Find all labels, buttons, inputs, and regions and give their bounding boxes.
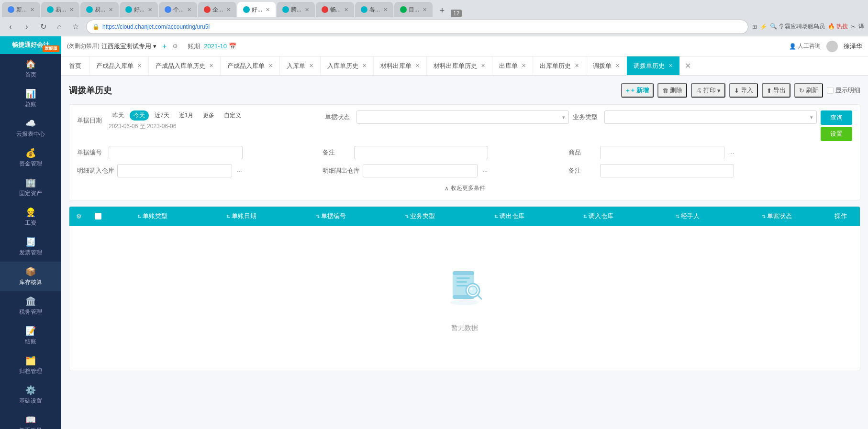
import-btn[interactable]: ⬇ 导入 <box>729 83 758 98</box>
sidebar-item-invoice[interactable]: 🧾 发票管理 <box>0 232 61 262</box>
tab-out-order[interactable]: 出库单 ✕ <box>492 56 533 76</box>
goods-input[interactable] <box>600 146 724 159</box>
detail-in-input[interactable] <box>117 164 232 177</box>
new-btn[interactable]: + + 新增 <box>621 83 654 98</box>
tab-production-in[interactable]: 产成品入库单 ✕ <box>89 56 149 76</box>
tab-transfer-history[interactable]: 调拨单历史 ✕ <box>627 56 680 76</box>
display-cols-checkbox[interactable]: 显示明细 <box>827 86 860 95</box>
th-voucher-date[interactable]: ⇅ 单账日期 <box>197 212 287 220</box>
date-btn-today[interactable]: 今天 <box>130 110 149 121</box>
tab-close-icon[interactable]: ✕ <box>481 63 485 69</box>
voucher-no-input[interactable] <box>109 146 243 159</box>
back-button[interactable]: ‹ <box>4 20 17 33</box>
service-button[interactable]: 👤 人工咨询 <box>789 42 821 50</box>
tab-close-icon[interactable]: ✕ <box>522 63 526 69</box>
sidebar-item-ledger[interactable]: 📊 总账 <box>0 84 61 113</box>
th-status[interactable]: ⇅ 单账状态 <box>733 212 822 220</box>
date-btn-1month[interactable]: 近1月 <box>175 110 198 121</box>
browser-tab-3[interactable]: 易... ✕ <box>80 2 119 17</box>
star-button[interactable]: ☆ <box>69 20 82 33</box>
gear-icon[interactable]: ⚙ <box>76 213 82 220</box>
browser-tab-1[interactable]: 新... ✕ <box>2 2 40 17</box>
company-selector[interactable]: (勿删勿禁用) 江西服宝测试专用 ▾ <box>67 42 156 51</box>
tab-production-in2[interactable]: 产成品入库单 ✕ <box>221 56 280 76</box>
tab-out-history[interactable]: 出库单历史 ✕ <box>533 56 586 76</box>
detail-out-picker-icon[interactable]: ··· <box>480 167 490 175</box>
tab-close-icon[interactable]: ✕ <box>415 63 420 69</box>
sidebar-item-home[interactable]: 🏠 首页 <box>0 54 61 84</box>
th-gear[interactable]: ⚙ <box>69 213 89 220</box>
tab-production-in-history[interactable]: 产成品入库单历史 ✕ <box>149 56 221 76</box>
tab-close-icon[interactable]: ✕ <box>668 63 673 69</box>
export-btn[interactable]: ⬆ 导出 <box>762 83 790 98</box>
tab-material-out[interactable]: 材料出库单 ✕ <box>374 56 427 76</box>
biz-type-select[interactable] <box>604 110 817 124</box>
th-voucher-no[interactable]: ⇅ 单据编号 <box>286 212 376 220</box>
new-tab-button[interactable]: + <box>435 4 449 17</box>
browser-tab-10[interactable]: 各... ✕ <box>355 2 393 17</box>
detail-out-input[interactable] <box>363 164 478 177</box>
period-value[interactable]: 2021-10 📅 <box>204 43 236 50</box>
sidebar-item-fixed-assets[interactable]: 🏢 固定资产 <box>0 173 61 202</box>
date-btn-custom[interactable]: 自定义 <box>220 110 245 121</box>
remark-input[interactable] <box>354 146 488 159</box>
close-all-btn[interactable]: ✕ <box>680 61 696 70</box>
tab-transfer[interactable]: 调拨单 ✕ <box>586 56 627 76</box>
tab-close-icon[interactable]: ✕ <box>575 63 579 69</box>
delete-btn[interactable]: 🗑 删除 <box>657 83 687 98</box>
sidebar-item-tax[interactable]: 🏛️ 税务管理 <box>0 291 61 321</box>
settings-button[interactable]: 设置 <box>821 127 852 141</box>
date-btn-7days[interactable]: 近7天 <box>151 110 173 121</box>
goods-picker-icon[interactable]: ··· <box>727 149 736 156</box>
query-button[interactable]: 查询 <box>821 110 852 125</box>
tab-home[interactable]: 首页 <box>61 56 89 76</box>
sidebar-item-guide[interactable]: 📖 新手引导 <box>0 410 61 429</box>
sidebar-item-cloud-report[interactable]: ☁️ 云报表中心 <box>0 113 61 143</box>
print-btn[interactable]: 🖨 打印 ▾ <box>691 83 725 98</box>
browser-tab-9[interactable]: 畅... ✕ <box>316 2 354 17</box>
tab-close-icon[interactable]: ✕ <box>268 63 273 69</box>
browser-tab-7[interactable]: 好... ✕ <box>237 2 276 17</box>
collapse-button[interactable]: ∧ 收起更多条件 <box>439 182 491 194</box>
th-handler[interactable]: ⇅ 经手人 <box>643 212 733 220</box>
home-button[interactable]: ⌂ <box>53 20 66 33</box>
detail-in-picker-icon[interactable]: ··· <box>235 167 244 175</box>
forward-button[interactable]: › <box>20 20 33 33</box>
tab-close-icon[interactable]: ✕ <box>209 63 213 69</box>
tab-in-history[interactable]: 入库单历史 ✕ <box>321 56 374 76</box>
settings-gear-icon[interactable]: ⚙ <box>172 43 178 50</box>
browser-tab-4[interactable]: 好... ✕ <box>120 2 158 17</box>
note-input[interactable] <box>600 164 734 177</box>
address-bar[interactable]: 🔒 https://cloud.chanjet.com/accounting/u… <box>86 20 748 34</box>
sidebar-item-payroll[interactable]: 👷 工资 <box>0 202 61 232</box>
tab-material-out-history[interactable]: 材料出库单历史 ✕ <box>427 56 492 76</box>
browser-tab-6[interactable]: 企... ✕ <box>198 2 236 17</box>
status-select[interactable] <box>356 110 569 124</box>
sidebar-item-closing[interactable]: 📝 结账 <box>0 321 61 351</box>
th-voucher-type[interactable]: ⇅ 单账类型 <box>108 212 197 220</box>
th-out-warehouse[interactable]: ⇅ 调出仓库 <box>465 212 554 220</box>
refresh-btn[interactable]: ↻ 刷新 <box>794 83 823 98</box>
date-btn-more[interactable]: 更多 <box>199 110 218 121</box>
tab-close-icon[interactable]: ✕ <box>137 63 142 69</box>
svg-point-8 <box>468 286 477 295</box>
th-biz-type[interactable]: ⇅ 业务类型 <box>376 212 465 220</box>
tab-in-order[interactable]: 入库单 ✕ <box>280 56 321 76</box>
reload-button[interactable]: ↻ <box>36 20 50 33</box>
tab-close-icon[interactable]: ✕ <box>362 63 367 69</box>
th-checkbox[interactable] <box>89 213 108 220</box>
date-btn-yesterday[interactable]: 昨天 <box>109 110 128 121</box>
add-company-btn[interactable]: + <box>162 42 167 51</box>
tab-close-icon[interactable]: ✕ <box>309 63 313 69</box>
th-in-warehouse[interactable]: ⇅ 调入仓库 <box>554 212 644 220</box>
sidebar-item-finance[interactable]: 💰 资金管理 <box>0 143 61 173</box>
user-name[interactable]: 徐泽华 <box>844 42 862 51</box>
sidebar-item-settings[interactable]: ⚙️ 基础设置 <box>0 380 61 410</box>
browser-tab-2[interactable]: 易... ✕ <box>41 2 79 17</box>
sidebar-item-archive[interactable]: 🗂️ 归档管理 <box>0 351 61 380</box>
sidebar-item-inventory[interactable]: 📦 库存核算 <box>0 262 61 291</box>
browser-tab-8[interactable]: 腾... ✕ <box>277 2 315 17</box>
browser-tab-11[interactable]: 目... ✕ <box>394 2 433 17</box>
browser-tab-5[interactable]: 个... ✕ <box>159 2 197 17</box>
tab-close-icon[interactable]: ✕ <box>615 63 620 69</box>
